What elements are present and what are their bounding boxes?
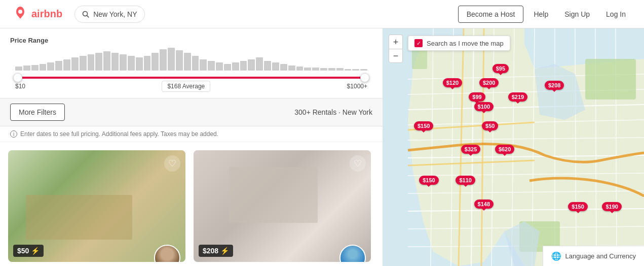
more-filters-button[interactable]: More Filters: [10, 104, 65, 121]
slider-track: [15, 77, 367, 79]
slider-right-thumb[interactable]: [360, 73, 369, 82]
histogram-bar: [136, 57, 143, 71]
histogram-bar: [296, 66, 304, 71]
price-range-section: Price Range $10 $168 Average $1000+: [0, 28, 383, 98]
histogram-bar: [95, 53, 102, 71]
price-min: $10: [15, 83, 25, 90]
search-as-move-control[interactable]: ✓ Search as I move the map: [408, 36, 510, 51]
histogram-bar: [280, 64, 287, 71]
wishlist-button-2[interactable]: ♡: [350, 155, 366, 172]
histogram-bar: [360, 69, 367, 71]
listings-grid: ♡ $50 ⚡ Private bed, Big room with 3 bed…: [0, 142, 383, 266]
histogram-bar: [63, 59, 70, 71]
histogram-bar: [103, 51, 110, 71]
listing-image-wrap: ♡ $50 ⚡: [8, 150, 185, 262]
listing-image-wrap: ♡ $208 ⚡: [194, 150, 371, 262]
histogram-bar: [184, 53, 191, 71]
header-nav: Become a Host Help Sign Up Log In: [458, 6, 632, 23]
listing-card[interactable]: ♡ $208 ⚡ Dreamy Apartment 59th/3rd!: [194, 150, 371, 266]
histogram-bar: [345, 69, 352, 71]
price-pin[interactable]: $219: [508, 92, 527, 102]
sign-up-link[interactable]: Sign Up: [558, 6, 596, 22]
airbnb-logo-icon: [12, 6, 28, 22]
price-pin[interactable]: $100: [474, 102, 494, 111]
map-area[interactable]: + − ✓ Search as I move the map $95$120$2…: [383, 28, 644, 266]
language-currency-button[interactable]: 🌐 Language and Currency: [543, 246, 645, 266]
histogram-container: [10, 48, 372, 79]
price-avg: $168 Average: [162, 81, 210, 92]
wishlist-button-1[interactable]: ♡: [164, 155, 180, 172]
price-pin[interactable]: $110: [456, 176, 475, 185]
histogram-bars: [15, 50, 367, 71]
lightning-icon-2: ⚡: [220, 247, 229, 255]
histogram-bar: [151, 53, 159, 71]
search-as-move-label: Search as I move the map: [427, 40, 504, 47]
log-in-link[interactable]: Log In: [600, 6, 632, 22]
map-controls: + −: [389, 35, 403, 63]
histogram-bar: [160, 49, 167, 71]
zoom-in-button[interactable]: +: [389, 35, 403, 49]
price-pin[interactable]: $150: [419, 176, 438, 185]
info-icon: i: [10, 130, 17, 138]
search-bar[interactable]: New York, NY: [74, 6, 144, 23]
avatar-image-2: [340, 246, 365, 262]
price-pin[interactable]: $325: [461, 145, 480, 154]
histogram-bar: [248, 59, 255, 71]
histogram-bar: [312, 68, 319, 71]
search-as-move-checkbox[interactable]: ✓: [414, 39, 423, 47]
filter-bar: More Filters 300+ Rentals · New York: [0, 98, 383, 126]
price-pin[interactable]: $95: [493, 64, 509, 73]
histogram-bar: [55, 61, 62, 71]
price-badge-text-1: $50: [17, 247, 29, 255]
histogram-bar: [208, 61, 215, 71]
histogram-bar: [224, 64, 231, 71]
price-badge-2: $208 ⚡: [199, 245, 233, 257]
svg-line-1: [87, 15, 89, 17]
histogram-bar: [80, 56, 87, 71]
price-pin[interactable]: $190: [602, 202, 621, 211]
become-host-button[interactable]: Become a Host: [458, 6, 524, 23]
histogram-bar: [120, 54, 127, 71]
price-labels: $10 $168 Average $1000+: [10, 81, 372, 92]
slider-left-thumb[interactable]: [13, 73, 22, 82]
price-max: $1000+: [347, 83, 367, 90]
histogram-bar: [176, 50, 183, 71]
help-link[interactable]: Help: [527, 6, 554, 22]
price-pin[interactable]: $50: [482, 121, 498, 130]
globe-icon: 🌐: [551, 251, 561, 261]
histogram-bar: [168, 48, 175, 71]
price-pin[interactable]: $99: [469, 92, 485, 102]
histogram-bar: [31, 65, 39, 71]
histogram-bar: [71, 57, 79, 71]
language-currency-label: Language and Currency: [565, 252, 636, 260]
histogram-bar: [144, 56, 151, 71]
price-pin[interactable]: $150: [568, 202, 587, 211]
notice-bar: i Enter dates to see full pricing. Addit…: [0, 126, 383, 142]
histogram-bar: [264, 61, 271, 71]
histogram-bar: [88, 54, 95, 71]
price-pin[interactable]: $620: [495, 145, 514, 154]
price-pin[interactable]: $148: [474, 200, 494, 209]
histogram-bar: [320, 68, 327, 71]
main-layout: Price Range $10 $168 Average $1000+ More…: [0, 28, 644, 266]
search-text: New York, NY: [93, 10, 137, 18]
search-icon: [82, 11, 89, 18]
histogram-bar: [111, 53, 119, 71]
price-pin[interactable]: $150: [414, 121, 433, 130]
lightning-icon-1: ⚡: [31, 247, 40, 255]
price-badge-text-2: $208: [203, 247, 218, 255]
histogram-bar: [288, 65, 295, 71]
airbnb-wordmark: airbnb: [31, 8, 62, 20]
results-info: 300+ Rentals · New York: [294, 108, 372, 116]
price-pin[interactable]: $208: [545, 81, 564, 90]
listing-card[interactable]: ♡ $50 ⚡ Private bed, Big room with 3 bed…: [8, 150, 185, 266]
zoom-out-button[interactable]: −: [389, 49, 403, 63]
price-pin[interactable]: $200: [479, 78, 499, 87]
histogram-bar: [336, 68, 344, 71]
price-badge-1: $50 ⚡: [13, 245, 44, 257]
histogram-bar: [23, 65, 30, 71]
price-pin[interactable]: $120: [443, 78, 462, 87]
histogram-bar: [328, 68, 335, 71]
histogram-bar: [192, 56, 199, 71]
logo[interactable]: airbnb: [12, 6, 62, 22]
